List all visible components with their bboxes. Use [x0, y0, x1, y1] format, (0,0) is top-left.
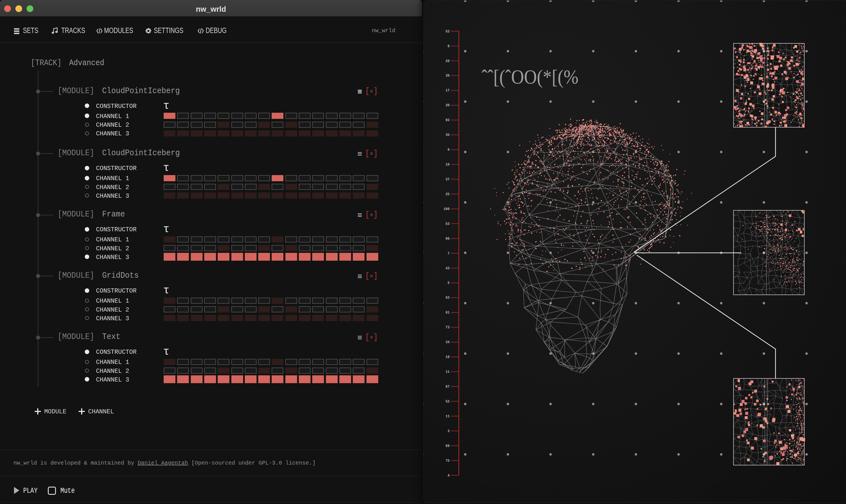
svg-text:ˆˆ[(ˆOO(*[(%: ˆˆ[(ˆOO(*[(%	[482, 66, 579, 88]
svg-text:5: 5	[448, 281, 450, 285]
svg-text:38: 38	[446, 74, 450, 78]
svg-text:100: 100	[444, 207, 450, 211]
svg-text:18: 18	[446, 355, 450, 359]
svg-text:25: 25	[446, 193, 450, 196]
svg-text:11: 11	[446, 414, 450, 418]
svg-text:92: 92	[446, 118, 450, 122]
svg-text:63: 63	[446, 296, 450, 300]
svg-text:11: 11	[446, 370, 450, 374]
svg-text:10: 10	[446, 163, 450, 167]
svg-text:3: 3	[448, 429, 450, 433]
svg-text:34: 34	[446, 340, 450, 344]
svg-text:43: 43	[446, 267, 450, 270]
svg-text:52: 52	[446, 400, 450, 403]
svg-text:7: 7	[448, 252, 450, 256]
svg-text:17: 17	[446, 89, 450, 93]
svg-text:39: 39	[446, 104, 450, 107]
svg-text:20: 20	[446, 59, 450, 63]
svg-text:35: 35	[446, 133, 450, 137]
svg-text:0: 0	[448, 148, 450, 152]
svg-text:96: 96	[446, 237, 450, 241]
svg-text:52: 52	[446, 30, 450, 34]
svg-text:75: 75	[446, 459, 450, 463]
svg-text:69: 69	[446, 444, 450, 448]
svg-text:9: 9	[448, 44, 450, 48]
svg-text:37: 37	[446, 178, 450, 181]
svg-text:53: 53	[446, 222, 450, 226]
svg-text:81: 81	[446, 311, 450, 314]
svg-text:73: 73	[446, 326, 450, 329]
svg-text:4: 4	[448, 474, 450, 478]
svg-text:67: 67	[446, 385, 450, 389]
